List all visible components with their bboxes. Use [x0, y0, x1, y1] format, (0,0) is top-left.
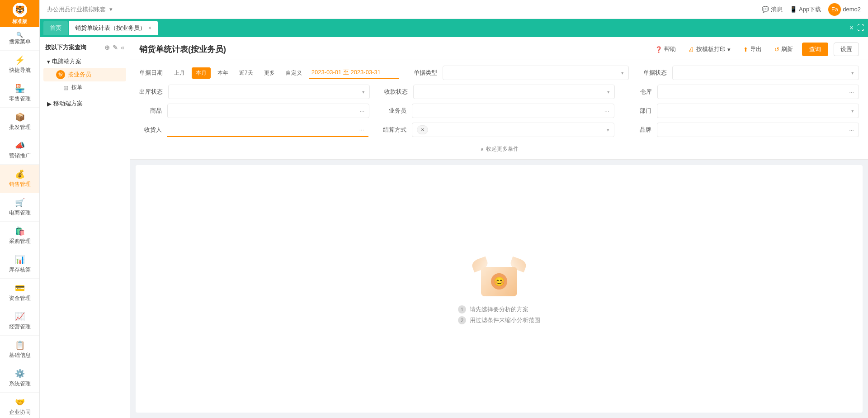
- sidebar-basic-label: 基础信息: [9, 352, 31, 359]
- sidebar-inventory-label: 库存核算: [9, 266, 31, 274]
- salesperson-dots: ···: [604, 108, 609, 114]
- date-prev-month-btn[interactable]: 上月: [170, 67, 189, 79]
- date-this-month-btn[interactable]: 本月: [192, 67, 211, 79]
- filter-area: 单据日期 上月 本月 本年 近7天 更多 自定义 2023-03-01 至 20…: [130, 60, 868, 160]
- sidebar-item-operation[interactable]: 📈 经营管理: [0, 307, 40, 336]
- department-caret: ▾: [851, 108, 854, 114]
- tab-close-button[interactable]: ×: [148, 25, 151, 31]
- collapse-filters-button[interactable]: ∧ 收起更多条件: [480, 145, 519, 153]
- sidebar-item-basic[interactable]: 📋 基础信息: [0, 336, 40, 364]
- warehouse-select[interactable]: ···: [657, 85, 859, 99]
- export-label: 导出: [750, 45, 762, 53]
- sidebar-item-marketing[interactable]: 📣 营销推广: [0, 136, 40, 165]
- warehouse-label: 仓库: [629, 88, 652, 96]
- out-status-label: 出库状态: [139, 88, 163, 96]
- empty-state: 😊 1 请先选择要分析的方案 2 用过滤条件来缩小分析范围: [136, 165, 863, 413]
- user-name: demo2: [843, 6, 861, 13]
- hint-num-2: 2: [458, 316, 466, 324]
- receiver-input[interactable]: ···: [167, 123, 368, 137]
- tab-sales-stat[interactable]: 销货单统计表（按业务员） ×: [69, 21, 158, 35]
- date-more-btn[interactable]: 更多: [260, 67, 279, 79]
- print-button[interactable]: 🖨 按模板打印 ▾: [685, 43, 734, 55]
- out-status-select[interactable]: ▾: [168, 85, 370, 99]
- user-profile[interactable]: Ea demo2: [828, 3, 861, 16]
- page-title: 销货单统计表(按业务员): [139, 44, 226, 55]
- sales-icon: 💰: [15, 169, 25, 179]
- sidebar-item-quicknav[interactable]: ⚡ 快捷导航: [0, 51, 40, 79]
- tree-sub-child-order[interactable]: ⊞ 按单: [43, 81, 126, 94]
- sidebar-item-purchase[interactable]: 🛍️ 采购管理: [0, 222, 40, 250]
- doc-type-select[interactable]: ▾: [443, 66, 629, 80]
- brand-select[interactable]: ···: [657, 123, 859, 137]
- topbar: 办公用品行业模拟账套 ▾ 💬 消息 📱 App下载 Ea demo2: [40, 0, 868, 19]
- sidebar-finance-label: 资金管理: [9, 294, 31, 302]
- date-this-year-btn[interactable]: 本年: [213, 67, 232, 79]
- doc-type-caret: ▾: [621, 70, 624, 76]
- tab-right-actions: × ⛶: [849, 24, 864, 32]
- goods-dots: ···: [359, 108, 364, 114]
- date-custom-btn[interactable]: 自定义: [282, 67, 306, 79]
- sidebar-item-retail[interactable]: 🏪 零售管理: [0, 79, 40, 108]
- sidebar-item-sales[interactable]: 💰 销售管理: [0, 165, 40, 193]
- sidebar-ecommerce-label: 电商管理: [9, 209, 31, 217]
- tree-group-pc: ▾ 电脑端方案 按 按业务员 ⊞ 按单: [40, 55, 130, 94]
- panel-header: 按以下方案查询 ⊕ ✎ «: [40, 42, 130, 55]
- sidebar-item-system[interactable]: ⚙️ 系统管理: [0, 364, 40, 393]
- sidebar: 🐯 标准版 🔍 搜索菜单 ⚡ 快捷导航 🏪 零售管理 📦 批发管理 📣 营销推广…: [0, 0, 40, 418]
- salesperson-select[interactable]: ···: [412, 104, 614, 118]
- tab-close-all-button[interactable]: ×: [849, 24, 854, 32]
- sidebar-item-inventory[interactable]: 📊 库存核算: [0, 250, 40, 279]
- sidebar-operation-label: 经营管理: [9, 323, 31, 331]
- goods-label: 商品: [139, 107, 162, 115]
- date-filter-label: 单据日期: [139, 69, 163, 77]
- sidebar-item-search[interactable]: 🔍 搜索菜单: [0, 27, 40, 51]
- settle-method-label: 结算方式: [383, 126, 406, 134]
- goods-select[interactable]: ···: [167, 104, 369, 118]
- tab-expand-button[interactable]: ⛶: [857, 24, 864, 32]
- payment-status-select[interactable]: ▾: [413, 85, 615, 99]
- tree-parent-mobile[interactable]: ▶ 移动端方案: [43, 97, 126, 110]
- tab-sales-stat-label: 销货单统计表（按业务员）: [75, 24, 146, 32]
- edit-scheme-button[interactable]: ✎: [113, 44, 118, 51]
- message-button[interactable]: 💬 消息: [762, 5, 783, 14]
- settings-button[interactable]: 设置: [834, 43, 859, 56]
- finance-icon: 💳: [15, 283, 25, 293]
- enterprise-icon: 🤝: [15, 397, 25, 407]
- settle-method-select[interactable]: × ▾: [412, 123, 614, 137]
- tree-parent-pc[interactable]: ▾ 电脑端方案: [43, 55, 126, 68]
- brand-label: 品牌: [629, 126, 651, 134]
- filter-row-goods: 商品 ··· 业务员 ··· 部门 ▾: [139, 104, 859, 118]
- print-icon: 🖨: [689, 46, 694, 53]
- settle-tag: ×: [417, 125, 428, 134]
- tree-child-salesperson[interactable]: 按 按业务员: [43, 68, 126, 81]
- payment-status-label: 收款状态: [384, 88, 408, 96]
- sidebar-item-wholesale[interactable]: 📦 批发管理: [0, 108, 40, 136]
- payment-status-caret: ▾: [607, 89, 610, 95]
- refresh-button[interactable]: ↺ 刷新: [771, 43, 797, 55]
- sidebar-item-ecommerce[interactable]: 🛒 电商管理: [0, 193, 40, 222]
- settle-tag-close[interactable]: ×: [421, 127, 424, 133]
- right-panel: 销货单统计表(按业务员) ❓ 帮助 🖨 按模板打印 ▾ ⬆ 导出: [130, 37, 868, 418]
- hint-text-2: 用过滤条件来缩小分析范围: [470, 316, 540, 324]
- query-button[interactable]: 查询: [802, 43, 828, 56]
- breadcrumb: 办公用品行业模拟账套: [47, 5, 106, 14]
- sidebar-item-enterprise[interactable]: 🤝 企业协同: [0, 393, 40, 418]
- app-download-button[interactable]: 📱 App下载: [790, 5, 821, 14]
- add-scheme-button[interactable]: ⊕: [104, 44, 110, 51]
- page-title-bar: 销货单统计表(按业务员) ❓ 帮助 🖨 按模板打印 ▾ ⬆ 导出: [130, 37, 868, 60]
- sidebar-item-finance[interactable]: 💳 资金管理: [0, 279, 40, 307]
- tab-home[interactable]: 首页: [43, 21, 68, 35]
- collapse-panel-button[interactable]: «: [121, 44, 124, 51]
- help-label: 帮助: [664, 45, 676, 53]
- help-button[interactable]: ❓ 帮助: [651, 43, 679, 55]
- refresh-label: 刷新: [781, 45, 793, 53]
- export-button[interactable]: ⬆ 导出: [740, 43, 765, 55]
- date-7days-btn[interactable]: 近7天: [235, 67, 257, 79]
- department-select[interactable]: ▾: [657, 104, 859, 118]
- doc-type-label: 单据类型: [414, 69, 437, 77]
- tabbar: 首页 销货单统计表（按业务员） × × ⛶: [40, 19, 868, 37]
- doc-status-select[interactable]: ▾: [672, 66, 859, 80]
- marketing-icon: 📣: [15, 141, 25, 151]
- sidebar-quicknav-label: 快捷导航: [9, 66, 31, 74]
- date-range-input[interactable]: 2023-03-01 至 2023-03-31: [309, 67, 399, 79]
